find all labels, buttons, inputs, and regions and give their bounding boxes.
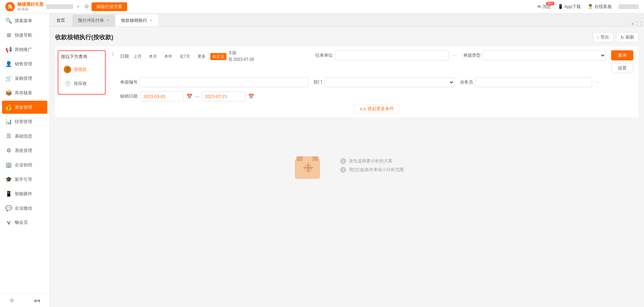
date-btn-this-month[interactable]: 本月	[146, 53, 160, 60]
date-btn-this-year[interactable]: 本年	[162, 53, 175, 60]
wechat-icon: 💬	[5, 205, 12, 211]
sidebar-bottom: ⚙ ◀◀	[0, 294, 49, 307]
filter-form: 日期 上月 本月 本年 近7天 更多 自定义	[115, 46, 639, 117]
staff-ellipsis[interactable]: ···	[594, 79, 601, 85]
empty-content: 1 请先选择要分析的方案 2 用[过滤]条件来缩小分析范围	[290, 147, 404, 184]
filter-section-title: 按以下方查询	[60, 54, 103, 60]
verify-date-start-input[interactable]	[140, 91, 184, 101]
staff-input[interactable]	[475, 77, 592, 87]
tab-maximize-icon[interactable]: ⛶	[637, 21, 641, 27]
bottom-settings-icon[interactable]: ⚙	[9, 297, 14, 304]
sidebar-item-guide[interactable]: 🎓 新手引导	[0, 172, 49, 187]
collapse-sidebar-icon[interactable]: ◀◀	[33, 298, 40, 303]
collapse-filter-button[interactable]: 《	[109, 46, 115, 58]
message-badge: 99+	[546, 2, 554, 5]
verify-date-start-calendar-icon[interactable]: 📅	[186, 94, 192, 99]
filter-row-3: 核销日期 📅 — 📅	[120, 91, 633, 101]
counterpart-field: 往来单位 ···	[315, 50, 458, 60]
tab-bar: 首页 预付冲应付单 × 收款核销执行 × × ⛶	[50, 13, 644, 27]
tab-close-all-icon[interactable]: ×	[631, 21, 634, 27]
sidebar-item-search-menu[interactable]: 🔍 搜索菜单	[0, 13, 49, 28]
settings-icon[interactable]: ⚙	[84, 3, 89, 10]
app-version: 标准版	[17, 7, 44, 11]
hint-text-2: 用[过滤]条件来缩小分析范围	[349, 167, 404, 173]
doc-type-select[interactable]	[483, 50, 606, 60]
date-btn-more[interactable]: 更多	[195, 53, 208, 60]
date-custom-badge[interactable]: 自定义	[210, 53, 226, 60]
verify-date-end-input[interactable]	[202, 91, 246, 101]
service-icon: 👨‍💼	[588, 4, 593, 9]
online-service-button[interactable]: 👨‍💼 在线客服	[588, 4, 612, 10]
counterpart-ellipsis[interactable]: ···	[451, 52, 458, 58]
operation-icon: 📊	[5, 118, 12, 125]
solution-button[interactable]: 体验行业方案	[92, 2, 127, 11]
tab-home[interactable]: 首页	[50, 14, 72, 27]
app-download-button[interactable]: 📱 App下载	[558, 4, 581, 10]
system-icon: ⚙	[5, 147, 12, 154]
sidebar-item-hardware[interactable]: 📱 智能硬件	[0, 187, 49, 201]
sidebar-item-wechat[interactable]: 💬 企业微信	[0, 201, 49, 215]
sidebar-item-sales[interactable]: 👤 销售管理	[0, 57, 49, 71]
marketing-icon: 📢	[5, 46, 12, 53]
main-layout: 🔍 搜索菜单 ⊞ 快捷导航 📢 营销推广 👤 销售管理 🛒 采购管理 📦 库存核…	[0, 13, 644, 307]
sidebar-label: 企业微信	[15, 205, 32, 211]
refresh-icon: ↻	[621, 35, 624, 40]
export-button[interactable]: ↑ 导出	[593, 32, 614, 42]
staff-label: 业务员	[460, 79, 473, 85]
sidebar-item-inventory[interactable]: 📦 库存核算	[0, 86, 49, 100]
sidebar-item-vip[interactable]: V 畅会员	[0, 215, 49, 229]
date-btn-7days[interactable]: 近7天	[177, 53, 193, 60]
svg-rect-2	[303, 156, 313, 161]
message-button[interactable]: ✉ 消息 99+	[537, 4, 551, 10]
sidebar-label: 快捷导航	[15, 32, 32, 38]
sidebar-label: 资金管理	[15, 104, 32, 110]
sidebar-label: 新手引导	[15, 176, 32, 183]
sidebar-item-quick-nav[interactable]: ⊞ 快捷导航	[0, 28, 49, 42]
filter-by-receipt[interactable]: 💲 按收款	[60, 63, 103, 76]
empty-state: 1 请先选择要分析的方案 2 用[过滤]条件来缩小分析范围	[55, 120, 639, 211]
sidebar-label: 采购管理	[15, 75, 32, 82]
sidebar-item-enterprise[interactable]: 🏢 企业协同	[0, 158, 49, 172]
verify-date-end-calendar-icon[interactable]: 📅	[248, 94, 254, 99]
enterprise-icon: 🏢	[5, 162, 12, 168]
filter-left-container: 按以下方查询 💲 按收款 🕐 按应收	[55, 46, 115, 117]
company-dropdown-icon[interactable]: ▾	[77, 5, 79, 8]
page-title: 收款核销执行(按收款)	[55, 33, 113, 41]
filter-by-receipt-label: 按收款	[74, 66, 87, 72]
dept-select[interactable]	[324, 77, 455, 87]
refresh-button[interactable]: ↻ 刷新	[616, 32, 639, 42]
tab-prepay-close[interactable]: ×	[106, 18, 110, 23]
date-field: 日期 上月 本月 本年 近7天 更多 自定义	[120, 50, 310, 62]
sales-icon: 👤	[5, 61, 12, 67]
sidebar-item-operation[interactable]: 📊 经营管理	[0, 114, 49, 129]
export-label: 导出	[600, 34, 609, 40]
counterpart-input[interactable]	[335, 50, 448, 60]
date-nolimit-info: 不限 至 2023-07-26	[228, 50, 254, 62]
tab-receivable-close[interactable]: ×	[149, 18, 153, 23]
purchase-icon: 🛒	[5, 75, 12, 82]
filter-settings-button[interactable]: 设置	[611, 63, 633, 73]
sidebar-label: 库存核算	[15, 90, 32, 96]
sidebar-label: 系统管理	[15, 148, 32, 154]
sidebar-item-marketing[interactable]: 📢 营销推广	[0, 42, 49, 57]
sidebar-item-finance[interactable]: 💰 资金管理	[2, 101, 47, 114]
doc-no-input[interactable]	[140, 77, 308, 87]
sidebar-item-purchase[interactable]: 🛒 采购管理	[0, 71, 49, 86]
filter-by-receivable[interactable]: 🕐 按应收	[60, 77, 103, 90]
sidebar-label: 经营管理	[15, 119, 32, 125]
tab-prepay[interactable]: 预付冲应付单 ×	[72, 14, 115, 27]
top-bar-right: ✉ 消息 99+ 📱 App下载 👨‍💼 在线客服	[537, 4, 639, 10]
sidebar-label: 畅会员	[15, 219, 28, 225]
sidebar-item-basic-info[interactable]: ☰ 基础信息	[0, 129, 49, 143]
sidebar-item-system[interactable]: ⚙ 系统管理	[0, 143, 49, 158]
sidebar-label: 智能硬件	[15, 191, 32, 197]
collapse-more-button[interactable]: ∧∧ 收起更多条件	[354, 104, 399, 113]
tab-receivable[interactable]: 收款核销执行 ×	[116, 14, 158, 27]
finance-icon: 💰	[5, 104, 12, 110]
date-btn-last-month[interactable]: 上月	[131, 53, 144, 60]
date-range-separator: —	[195, 94, 199, 99]
tab-receivable-label: 收款核销执行	[121, 17, 147, 23]
query-button[interactable]: 查询	[611, 50, 633, 60]
user-avatar-blurred[interactable]	[619, 4, 639, 9]
tab-bar-actions: × ⛶	[631, 21, 644, 27]
